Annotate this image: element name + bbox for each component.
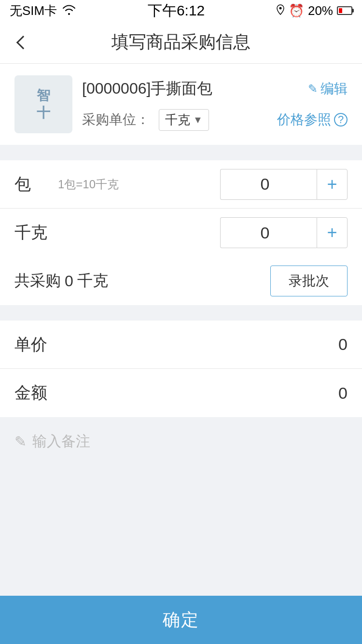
help-icon: ? bbox=[334, 113, 348, 126]
product-card: 智十 [0000006]手撕面包 ✎ 编辑 采购单位： 千克 ▼ 价格参照 ? bbox=[0, 64, 362, 145]
amount-value: 0 bbox=[338, 384, 348, 403]
status-left: 无SIM卡 bbox=[10, 2, 76, 19]
amount-label: 金额 bbox=[14, 382, 47, 404]
edit-button[interactable]: ✎ 编辑 bbox=[308, 80, 348, 98]
batch-button[interactable]: 录批次 bbox=[270, 266, 348, 296]
batch-label: 录批次 bbox=[289, 272, 329, 290]
confirm-button[interactable]: 确定 bbox=[0, 596, 362, 644]
alarm-icon: ⏰ bbox=[289, 3, 304, 18]
status-right: ⏰ 20% bbox=[276, 3, 352, 18]
bao-label: 包 bbox=[14, 173, 53, 196]
total-row: 共采购 0 千克 录批次 bbox=[0, 257, 362, 305]
amount-row: 金额 0 bbox=[0, 369, 362, 417]
chevron-down-icon: ▼ bbox=[193, 114, 203, 126]
unit-price-label: 单价 bbox=[14, 334, 47, 356]
unit-select[interactable]: 千克 ▼ bbox=[159, 109, 209, 131]
bao-input-right: + bbox=[220, 169, 348, 200]
nav-bar: 填写商品采购信息 bbox=[0, 21, 362, 64]
total-value: 0 bbox=[65, 272, 73, 290]
unit-area: 采购单位： 千克 ▼ bbox=[82, 109, 209, 131]
back-button[interactable] bbox=[0, 21, 39, 64]
unit-price-value: 0 bbox=[338, 335, 348, 354]
kg-label: 千克 bbox=[14, 222, 53, 244]
note-edit-icon: ✎ bbox=[14, 433, 27, 450]
price-section: 单价 0 金额 0 bbox=[0, 321, 362, 417]
bao-input-row: 包 1包=10千克 + bbox=[0, 160, 362, 209]
quantity-section: 包 1包=10千克 + 千克 + bbox=[0, 160, 362, 257]
unit-label: 采购单位： bbox=[82, 112, 150, 127]
unit-price-row: 单价 0 bbox=[0, 321, 362, 369]
battery-icon bbox=[337, 6, 352, 15]
carrier-label: 无SIM卡 bbox=[10, 2, 57, 19]
bao-sublabel: 1包=10千克 bbox=[58, 177, 119, 192]
back-arrow-icon bbox=[16, 35, 30, 49]
status-bar: 无SIM卡 下午6:12 ⏰ 20% bbox=[0, 0, 362, 21]
kg-quantity-input[interactable] bbox=[220, 217, 317, 248]
product-name: [0000006]手撕面包 bbox=[82, 78, 212, 99]
kg-input-row: 千克 + bbox=[0, 209, 362, 257]
price-reference-button[interactable]: 价格参照 ? bbox=[277, 111, 348, 129]
bao-plus-button[interactable]: + bbox=[317, 169, 348, 200]
kg-input-right: + bbox=[220, 217, 348, 248]
edit-icon: ✎ bbox=[308, 82, 318, 96]
edit-label: 编辑 bbox=[320, 80, 348, 98]
separator-1 bbox=[0, 153, 362, 160]
note-placeholder: 输入备注 bbox=[32, 432, 90, 451]
location-icon bbox=[276, 3, 285, 18]
wifi-icon bbox=[62, 3, 76, 18]
product-unit-row: 采购单位： 千克 ▼ 价格参照 ? bbox=[82, 109, 348, 131]
separator-2 bbox=[0, 305, 362, 313]
svg-point-0 bbox=[279, 7, 281, 9]
note-section[interactable]: ✎ 输入备注 bbox=[0, 417, 362, 465]
total-unit: 千克 bbox=[77, 270, 108, 292]
kg-plus-button[interactable]: + bbox=[317, 217, 348, 248]
content-spacer bbox=[0, 465, 362, 581]
product-name-row: [0000006]手撕面包 ✎ 编辑 bbox=[82, 78, 348, 99]
product-image: 智十 bbox=[14, 75, 72, 133]
page-title: 填写商品采购信息 bbox=[111, 30, 251, 54]
battery-percent: 20% bbox=[308, 3, 333, 18]
confirm-label: 确定 bbox=[163, 608, 199, 632]
total-label: 共采购 bbox=[14, 270, 61, 292]
unit-value: 千克 bbox=[165, 112, 190, 128]
bao-quantity-input[interactable] bbox=[220, 169, 317, 200]
status-time: 下午6:12 bbox=[148, 1, 205, 21]
price-ref-label: 价格参照 bbox=[277, 111, 331, 129]
product-info: [0000006]手撕面包 ✎ 编辑 采购单位： 千克 ▼ 价格参照 ? bbox=[82, 78, 348, 131]
